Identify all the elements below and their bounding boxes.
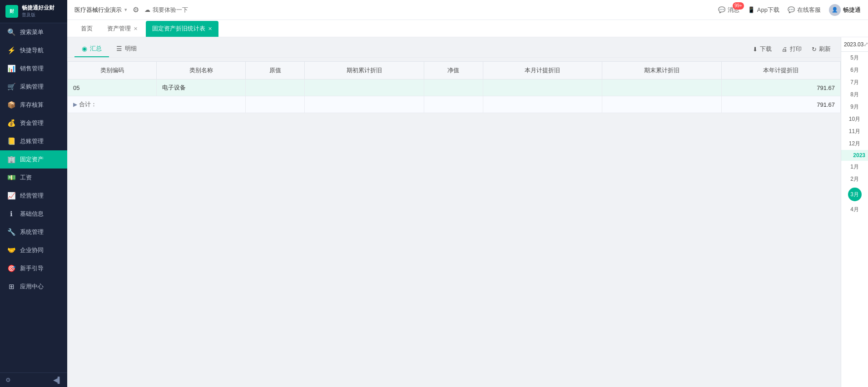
sidebar-label-sales: 销售管理: [20, 64, 44, 73]
sidebar-item-purchase[interactable]: 🛒采购管理: [0, 78, 67, 96]
tab-asset-mgmt[interactable]: 资产管理 ✕: [101, 21, 144, 37]
tab-depreciation-label: 固定资产折旧统计表: [152, 25, 205, 33]
date-month-item[interactable]: 4月: [841, 203, 868, 216]
operations-icon: 📈: [7, 192, 15, 200]
sidebar-item-corp-collab[interactable]: 🤝企业协同: [0, 241, 67, 259]
sidebar-item-sales[interactable]: 📊销售管理: [0, 60, 67, 78]
sidebar-item-system[interactable]: 🔧系统管理: [0, 223, 67, 241]
collapse-btn[interactable]: ◀▌: [53, 377, 62, 383]
download-icon: ⬇: [753, 46, 758, 53]
date-month-item[interactable]: 5月: [841, 52, 868, 64]
date-year-label[interactable]: 2023: [841, 150, 868, 161]
inventory-icon: 📦: [7, 101, 15, 109]
date-panel-year-label: 2023.03: [844, 41, 863, 48]
date-month-item[interactable]: 1月: [841, 161, 868, 173]
sidebar-label-inventory: 库存核算: [20, 101, 44, 109]
download-btn[interactable]: ⬇ 下载: [750, 44, 774, 55]
refresh-btn[interactable]: ↻ 刷新: [809, 44, 833, 55]
company-name: 医疗器械行业演示: [74, 6, 122, 14]
sidebar-label-app-center: 应用中心: [20, 283, 44, 291]
messages-action[interactable]: 💬 消息 99+: [718, 6, 739, 14]
sidebar-item-payroll[interactable]: 💵工资: [0, 169, 67, 187]
settings-footer-btn[interactable]: ⚙: [5, 377, 11, 383]
print-btn[interactable]: 🖨 打印: [779, 44, 804, 55]
date-month-item[interactable]: 7月: [841, 76, 868, 89]
cell-ending-accum: [602, 79, 721, 96]
cell-name: 电子设备: [157, 79, 246, 96]
col-beginning-accum: 期初累计折旧: [305, 62, 424, 79]
sidebar-item-inventory[interactable]: 📦库存核算: [0, 96, 67, 114]
sidebar-item-fixed-assets[interactable]: 🏢固定资产: [0, 150, 67, 169]
sidebar-item-operations[interactable]: 📈经营管理: [0, 187, 67, 205]
table-row[interactable]: 05 电子设备 791.67: [68, 79, 841, 96]
date-panel-expand-icon[interactable]: ⤢: [863, 41, 868, 48]
app-download-action[interactable]: 📱 App下载: [748, 6, 779, 14]
guide-icon: 🎯: [7, 264, 15, 273]
sidebar-item-quick-nav[interactable]: ⚡快捷导航: [0, 41, 67, 60]
sidebar-header-text: 畅捷通好业财 普及版: [22, 5, 55, 18]
app-version: 普及版: [22, 12, 55, 18]
topbar-right: 💬 消息 99+ 📱 App下载 💬 在线客服 👤 畅捷通: [718, 4, 861, 16]
topbar-left: 医疗器械行业演示 ▾ ⚙ ☁ 我要体验一下: [74, 5, 188, 14]
sidebar-item-basic-info[interactable]: ℹ基础信息: [0, 205, 67, 223]
sidebar-label-fixed-assets: 固定资产: [20, 155, 44, 164]
user-avatar: 👤: [829, 4, 841, 16]
date-month-active[interactable]: 3月: [841, 185, 868, 203]
sidebar-item-ledger[interactable]: 📒总账管理: [0, 132, 67, 150]
total-monthly: [483, 96, 602, 113]
date-month-item[interactable]: 2月: [841, 173, 868, 185]
date-month-item[interactable]: 12月: [841, 138, 868, 150]
total-net-value: [424, 96, 483, 113]
company-selector[interactable]: 医疗器械行业演示 ▾: [74, 6, 127, 14]
cell-code: 05: [68, 79, 157, 96]
tab-depreciation-close-icon[interactable]: ✕: [208, 26, 212, 32]
subtab-summary[interactable]: ◉ 汇总: [74, 42, 109, 57]
col-monthly: 本月计提折旧: [483, 62, 602, 79]
date-month-item[interactable]: 6月: [841, 64, 868, 76]
sidebar-item-guide[interactable]: 🎯新手引导: [0, 259, 67, 278]
sidebar-label-corp-collab: 企业协同: [20, 246, 44, 254]
sidebar-item-finance[interactable]: 💰资金管理: [0, 114, 67, 132]
subtab-detail[interactable]: ☰ 明细: [109, 42, 144, 57]
tab-asset-mgmt-close-icon[interactable]: ✕: [134, 26, 138, 32]
date-month-item[interactable]: 10月: [841, 113, 868, 125]
fixed-assets-icon: 🏢: [7, 155, 15, 164]
date-month-item[interactable]: 11月: [841, 125, 868, 138]
date-month-item[interactable]: 9月: [841, 101, 868, 113]
app-center-icon: ⊞: [7, 283, 15, 291]
tab-home[interactable]: 首页: [74, 21, 99, 37]
cell-original: [246, 79, 305, 96]
app-download-icon: 📱: [748, 6, 755, 13]
experience-btn[interactable]: ☁ 我要体验一下: [144, 6, 188, 14]
right-date-panel: 2023.03 ⤢ ✕ 5月6月7月8月9月10月11月12月20231月2月3…: [841, 37, 868, 387]
date-month-item[interactable]: 8月: [841, 89, 868, 101]
user-info[interactable]: 👤 畅捷通: [829, 4, 861, 16]
col-annual: 本年计提折旧: [721, 62, 840, 79]
sidebar-label-finance: 资金管理: [20, 119, 44, 127]
col-original: 原值: [246, 62, 305, 79]
cell-beginning-accum: [305, 79, 424, 96]
sidebar-label-operations: 经营管理: [20, 192, 44, 200]
sidebar-item-search[interactable]: 🔍搜索菜单: [0, 23, 67, 41]
total-row: ▶合计： 791.67: [68, 96, 841, 113]
cell-annual: 791.67: [721, 79, 840, 96]
sales-icon: 📊: [7, 64, 15, 73]
online-service-action[interactable]: 💬 在线客服: [788, 6, 821, 14]
sidebar-item-app-center[interactable]: ⊞应用中心: [0, 278, 67, 296]
cell-monthly: [483, 79, 602, 96]
search-icon: 🔍: [7, 28, 15, 36]
basic-info-icon: ℹ: [7, 210, 15, 218]
messages-icon: 💬: [718, 6, 725, 13]
user-name: 畅捷通: [843, 6, 861, 14]
subtab-bar: ◉ 汇总 ☰ 明细 ⬇ 下载 🖨 打印: [67, 37, 841, 58]
summary-icon: ◉: [82, 45, 87, 52]
finance-icon: 💰: [7, 119, 15, 127]
sidebar-label-payroll: 工资: [20, 174, 32, 182]
tab-asset-mgmt-label: 资产管理: [107, 25, 131, 33]
cell-net-value: [424, 79, 483, 96]
topbar-settings-icon[interactable]: ⚙: [133, 5, 139, 14]
tab-depreciation-report[interactable]: 固定资产折旧统计表 ✕: [146, 21, 218, 37]
total-annual: 791.67: [721, 96, 840, 113]
app-download-label: App下载: [757, 6, 779, 14]
active-month-indicator: 3月: [848, 188, 862, 201]
